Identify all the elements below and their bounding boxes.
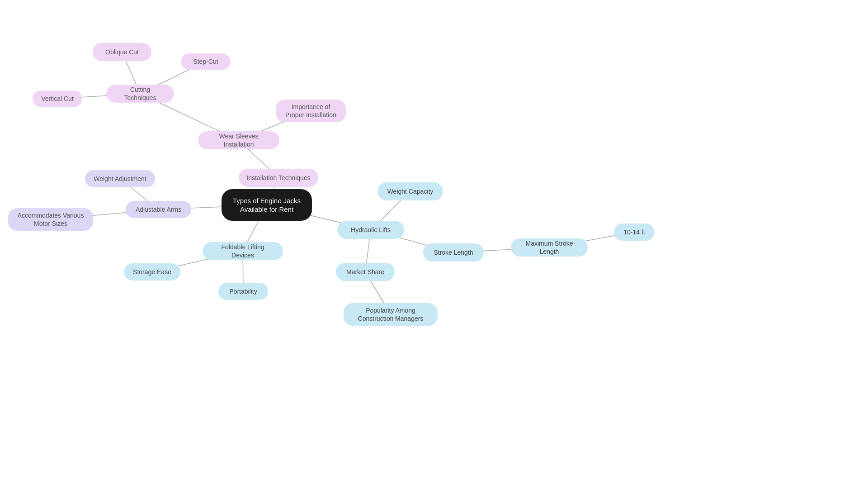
node-stroke-length: Stroke Length	[423, 243, 484, 262]
node-vertical-cut: Vertical Cut	[33, 90, 82, 107]
node-accommodates-motors: Accommodates Various Motor Sizes	[8, 208, 93, 231]
installation-techniques-label: Installation Techniques	[246, 174, 310, 182]
node-step-cut: Step-Cut	[181, 53, 231, 70]
step-cut-label: Step-Cut	[193, 57, 218, 66]
node-ten-to-14ft: 10-14 ft	[614, 224, 655, 241]
market-share-label: Market Share	[346, 268, 384, 276]
wear-sleeves-label: Wear Sleeves Installation	[205, 132, 272, 148]
maximum-stroke-length-label: Maximum Stroke Length	[518, 239, 580, 256]
node-market-share: Market Share	[336, 263, 395, 281]
popularity-construction-label: Popularity Among Construction Managers	[351, 306, 430, 323]
node-portability: Portability	[218, 283, 268, 300]
cutting-techniques-label: Cutting Techniques	[113, 86, 167, 102]
node-popularity-construction: Popularity Among Construction Managers	[344, 303, 438, 326]
center-node: Types of Engine Jacks Available for Rent	[222, 189, 312, 221]
weight-capacity-label: Weight Capacity	[387, 187, 434, 195]
oblique-cut-label: Oblique Cut	[105, 48, 139, 56]
node-oblique-cut: Oblique Cut	[93, 43, 151, 61]
weight-adjustment-label: Weight Adjustment	[94, 175, 146, 183]
vertical-cut-label: Vertical Cut	[41, 95, 74, 103]
importance-installation-label: Importance of Proper Installation	[283, 103, 339, 119]
node-wear-sleeves: Wear Sleeves Installation	[198, 131, 279, 149]
portability-label: Portability	[229, 287, 257, 295]
ten-to-14ft-label: 10-14 ft	[623, 228, 645, 236]
node-importance-installation: Importance of Proper Installation	[276, 100, 346, 122]
node-weight-adjustment: Weight Adjustment	[85, 170, 155, 187]
hydraulic-lifts-label: Hydraulic Lifts	[351, 226, 391, 234]
adjustable-arms-label: Adjustable Arms	[136, 205, 181, 214]
node-weight-capacity: Weight Capacity	[377, 182, 443, 200]
storage-ease-label: Storage Ease	[133, 268, 171, 276]
node-adjustable-arms: Adjustable Arms	[126, 201, 191, 218]
node-foldable-lifting: Foldable Lifting Devices	[203, 242, 283, 260]
foldable-lifting-label: Foldable Lifting Devices	[210, 243, 276, 259]
accommodates-motors-label: Accommodates Various Motor Sizes	[15, 211, 86, 228]
node-cutting-techniques: Cutting Techniques	[106, 85, 174, 103]
center-label: Types of Engine Jacks Available for Rent	[229, 196, 305, 214]
stroke-length-label: Stroke Length	[434, 248, 473, 257]
node-installation-techniques: Installation Techniques	[239, 169, 318, 187]
node-storage-ease: Storage Ease	[124, 263, 180, 281]
node-hydraulic-lifts: Hydraulic Lifts	[337, 221, 404, 239]
node-maximum-stroke-length: Maximum Stroke Length	[511, 238, 588, 257]
